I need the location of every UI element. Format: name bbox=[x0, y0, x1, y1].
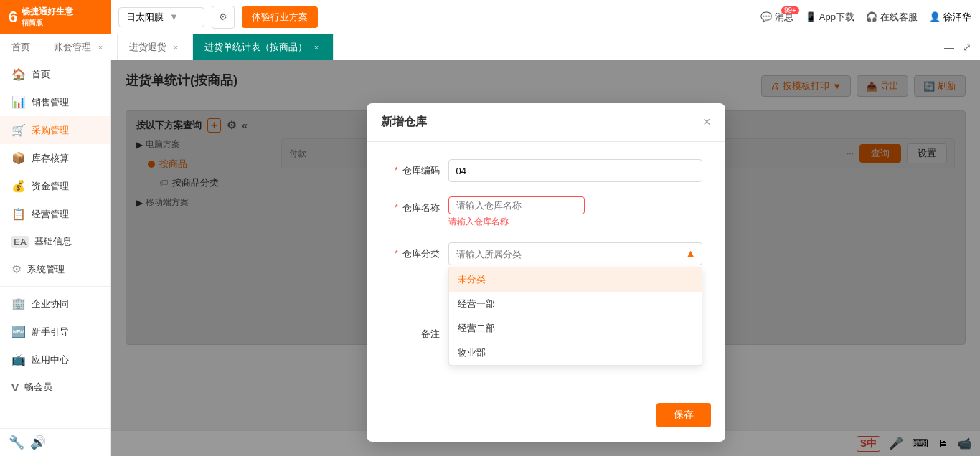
warehouse-name-input[interactable] bbox=[448, 196, 585, 214]
dialog-header: 新增仓库 × bbox=[367, 103, 725, 142]
sidebar-finance-label: 资金管理 bbox=[32, 180, 69, 193]
money-icon: 💰 bbox=[11, 179, 26, 193]
tab-bar: 首页 账套管理 × 进货退货 × 进货单统计表（按商品） × — ⤢ bbox=[0, 34, 980, 60]
required-star-cat: * bbox=[395, 248, 398, 259]
tab-purchase-return[interactable]: 进货退货 × bbox=[118, 34, 193, 60]
trial-button[interactable]: 体验行业方案 bbox=[242, 6, 318, 28]
dialog-close-icon[interactable]: × bbox=[703, 115, 711, 130]
username: 徐泽华 bbox=[943, 11, 971, 24]
sidebar-item-member[interactable]: V 畅会员 bbox=[0, 374, 110, 401]
save-button[interactable]: 保存 bbox=[656, 403, 711, 427]
gear-button[interactable]: ⚙ bbox=[212, 6, 235, 29]
dropdown-item-dept2[interactable]: 经营二部 bbox=[449, 316, 702, 341]
warehouse-code-row: * 仓库编码 bbox=[390, 159, 702, 182]
store-name: 日太阳膜 bbox=[126, 11, 164, 24]
user-area[interactable]: 👤 徐泽华 bbox=[929, 11, 971, 24]
warehouse-category-label-text: 仓库分类 bbox=[402, 248, 440, 259]
logo-name: 畅捷通好生意 bbox=[22, 6, 73, 18]
logo-text: 畅捷通好生意 精简版 bbox=[22, 6, 73, 27]
dropdown-item-dept1[interactable]: 经营一部 bbox=[449, 292, 702, 316]
message-icon: 💬 bbox=[760, 11, 772, 22]
guide-icon: 🆕 bbox=[11, 325, 26, 338]
sidebar-home-label: 首页 bbox=[32, 68, 50, 81]
sidebar-system-label: 系统管理 bbox=[27, 263, 65, 276]
header-right: 💬 99+ 消息 📱 App下载 🎧 在线客服 👤 徐泽华 bbox=[760, 11, 971, 24]
dropdown-item-property[interactable]: 物业部 bbox=[449, 341, 702, 365]
dropdown-item-unclassified[interactable]: 未分类 bbox=[449, 267, 702, 292]
sidebar-enterprise-label: 企业协同 bbox=[32, 298, 69, 310]
warehouse-code-input[interactable] bbox=[448, 159, 702, 182]
warehouse-name-error: 请输入仓库名称 bbox=[448, 216, 585, 228]
tab-purchase-return-close-icon[interactable]: × bbox=[171, 42, 181, 52]
dialog-title: 新增仓库 bbox=[381, 115, 427, 130]
sidebar-bottom: 🔧 🔊 bbox=[0, 428, 110, 456]
tab-home[interactable]: 首页 bbox=[0, 34, 42, 60]
enterprise-icon: 🏢 bbox=[11, 297, 26, 310]
headset-icon: 🎧 bbox=[866, 11, 877, 22]
required-star-name: * bbox=[395, 202, 398, 213]
sidebar-item-guide[interactable]: 🆕 新手引导 bbox=[0, 318, 110, 346]
dialog-footer: 保存 bbox=[367, 394, 725, 442]
sidebar-item-appcenter[interactable]: 📺 应用中心 bbox=[0, 346, 110, 374]
sidebar-item-operation[interactable]: 📋 经营管理 bbox=[0, 200, 110, 228]
gear-icon: ⚙ bbox=[219, 11, 227, 22]
tv-icon: 📺 bbox=[11, 353, 26, 366]
warehouse-category-input[interactable] bbox=[448, 242, 702, 265]
sidebar-basic-label: 基础信息 bbox=[34, 235, 72, 248]
warehouse-name-inner: * 仓库名称 请输入仓库名称 bbox=[390, 196, 585, 228]
tab-home-label: 首页 bbox=[11, 41, 30, 54]
sidebar-member-label: 畅会员 bbox=[24, 381, 52, 394]
sidebar-inventory-label: 库存核算 bbox=[32, 152, 69, 165]
box-icon: 📦 bbox=[11, 151, 26, 165]
user-icon: 👤 bbox=[929, 11, 941, 22]
logo-icon: 6 bbox=[9, 8, 17, 27]
volume-icon[interactable]: 🔊 bbox=[30, 434, 46, 450]
message-badge: 99+ bbox=[781, 6, 799, 14]
warehouse-name-label: * 仓库名称 bbox=[390, 196, 440, 219]
tab-purchase-stats[interactable]: 进货单统计表（按商品） × bbox=[193, 34, 334, 60]
warehouse-category-wrapper: ▲ 未分类 经营一部 经营二部 物业部 bbox=[448, 242, 702, 265]
new-warehouse-dialog: 新增仓库 × * 仓库编码 bbox=[367, 103, 725, 442]
system-icon: ⚙ bbox=[11, 262, 22, 276]
tab-controls: — ⤢ bbox=[936, 40, 980, 54]
tab-purchase-stats-close-icon[interactable]: × bbox=[311, 42, 321, 52]
tab-minimize-icon[interactable]: — bbox=[941, 40, 957, 54]
settings-orange-icon[interactable]: 🔧 bbox=[9, 434, 24, 450]
category-dropdown: 未分类 经营一部 经营二部 物业部 bbox=[448, 267, 702, 366]
sidebar-item-system[interactable]: ⚙ 系统管理 bbox=[0, 255, 110, 283]
service-item[interactable]: 🎧 在线客服 bbox=[866, 11, 918, 24]
sidebar-item-sales[interactable]: 📊 销售管理 bbox=[0, 88, 110, 116]
sidebar-item-inventory[interactable]: 📦 库存核算 bbox=[0, 144, 110, 172]
store-selector[interactable]: 日太阳膜 ▼ bbox=[118, 7, 204, 27]
warehouse-name-row: * 仓库名称 请输入仓库名称 bbox=[390, 196, 702, 228]
sidebar: 🏠 首页 📊 销售管理 🛒 采购管理 📦 库存核算 💰 资金管理 📋 经营管理 … bbox=[0, 60, 111, 456]
message-item[interactable]: 💬 99+ 消息 bbox=[760, 11, 793, 24]
dialog-body: * 仓库编码 * 仓库名称 bbox=[367, 142, 725, 394]
warehouse-name-wrapper: 请输入仓库名称 bbox=[448, 196, 585, 228]
sidebar-item-home[interactable]: 🏠 首页 bbox=[0, 60, 110, 88]
sidebar-item-enterprise[interactable]: 🏢 企业协同 bbox=[0, 290, 110, 318]
tab-expand-icon[interactable]: ⤢ bbox=[960, 40, 974, 54]
logo-area: 6 畅捷通好生意 精简版 bbox=[0, 0, 111, 34]
service-label: 在线客服 bbox=[880, 11, 918, 24]
warehouse-code-label: * 仓库编码 bbox=[390, 159, 440, 182]
sidebar-item-purchase[interactable]: 🛒 采购管理 bbox=[0, 116, 110, 144]
tab-account-close-icon[interactable]: × bbox=[95, 42, 105, 52]
sidebar-item-finance[interactable]: 💰 资金管理 bbox=[0, 172, 110, 200]
modal-overlay: 新增仓库 × * 仓库编码 bbox=[111, 60, 980, 456]
logo-sub: 精简版 bbox=[22, 18, 73, 27]
ea-icon: EA bbox=[11, 236, 29, 248]
remark-label: 备注 bbox=[390, 323, 440, 346]
tab-purchase-stats-label: 进货单统计表（按商品） bbox=[204, 41, 307, 54]
home-icon: 🏠 bbox=[11, 67, 26, 81]
sidebar-operation-label: 经营管理 bbox=[32, 208, 69, 221]
chart-icon: 📊 bbox=[11, 95, 26, 109]
sidebar-sales-label: 销售管理 bbox=[32, 96, 69, 109]
tab-account-label: 账套管理 bbox=[54, 41, 91, 54]
sidebar-item-basic[interactable]: EA 基础信息 bbox=[0, 228, 110, 255]
tab-account[interactable]: 账套管理 × bbox=[42, 34, 118, 60]
required-star-code: * bbox=[395, 165, 398, 176]
sidebar-guide-label: 新手引导 bbox=[32, 326, 69, 338]
phone-icon: 📱 bbox=[805, 11, 816, 22]
app-download-item[interactable]: 📱 App下载 bbox=[805, 11, 854, 24]
